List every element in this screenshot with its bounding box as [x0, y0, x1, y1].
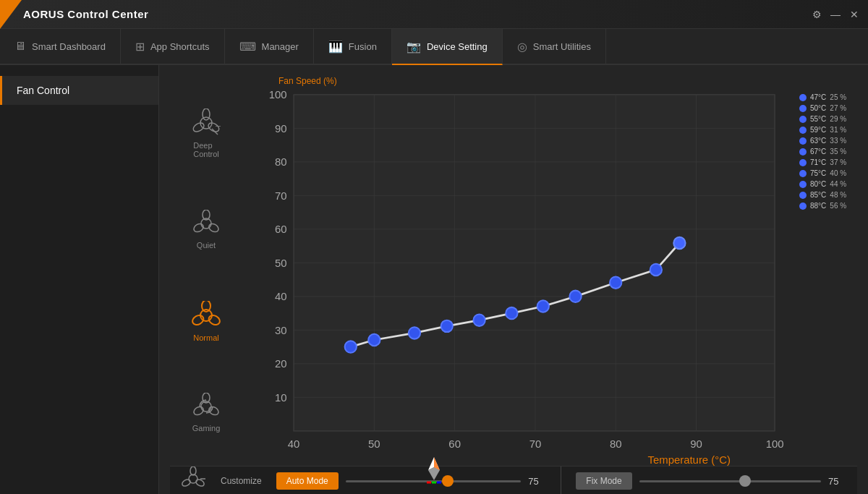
- fan-mode-gaming[interactable]: Gaming: [174, 393, 239, 433]
- tab-device-setting-label: Device Setting: [427, 41, 488, 52]
- fan-main: ⎯⎯ DeepControl Quiet: [170, 76, 857, 466]
- minimize-button[interactable]: —: [829, 8, 842, 21]
- legend-dot-4: [799, 137, 807, 145]
- tab-smart-dashboard[interactable]: 🖥 Smart Dashboard: [0, 29, 121, 64]
- fan-mode-deep-control[interactable]: ⎯⎯ DeepControl: [174, 108, 239, 158]
- svg-text:70: 70: [275, 189, 287, 202]
- tab-fusion[interactable]: 🎹 Fusion: [314, 29, 392, 64]
- fan-mode-normal[interactable]: Normal: [174, 301, 239, 342]
- legend-temp-10: 88°C: [810, 202, 826, 210]
- svg-point-60[interactable]: [506, 307, 517, 319]
- chart-wrapper: 100 90 80 70 60 50 40 30 20 10 40: [250, 90, 857, 466]
- legend-speed-10: 56 %: [830, 202, 846, 210]
- svg-point-17: [192, 406, 205, 417]
- legend-dot-0: [799, 94, 807, 101]
- legend-dot-1: [799, 105, 807, 112]
- svg-point-56[interactable]: [368, 334, 380, 346]
- svg-point-67: [190, 467, 196, 475]
- legend-speed-5: 35 %: [830, 148, 846, 156]
- legend-temp-0: 47°C: [810, 93, 826, 101]
- svg-text:90: 90: [690, 438, 702, 450]
- tab-bar: 🖥 Smart Dashboard ⊞ App Shortcuts ⌨ Mana…: [0, 29, 868, 65]
- svg-point-62[interactable]: [569, 291, 581, 302]
- normal-label: Normal: [193, 333, 218, 342]
- svg-point-58[interactable]: [441, 320, 453, 332]
- svg-point-59[interactable]: [473, 314, 485, 325]
- chart-y-label: Fan Speed (%): [250, 76, 857, 86]
- customize-icon: [181, 467, 206, 494]
- legend-speed-8: 44 %: [830, 180, 846, 188]
- controls-divider: [561, 467, 561, 494]
- svg-point-69: [181, 478, 191, 487]
- svg-point-68: [195, 478, 205, 487]
- device-setting-icon: 📷: [407, 40, 421, 54]
- svg-text:20: 20: [275, 357, 287, 370]
- legend-dot-6: [799, 159, 807, 166]
- svg-text:90: 90: [275, 122, 287, 135]
- deep-control-icon: ⎯⎯: [192, 108, 221, 137]
- legend-item-10: 88°C 56 %: [799, 202, 857, 210]
- tab-manager[interactable]: ⌨ Manager: [225, 29, 314, 64]
- svg-text:80: 80: [610, 438, 622, 450]
- svg-text:60: 60: [275, 223, 287, 235]
- sidebar-item-fan-control[interactable]: Fan Control: [0, 76, 158, 105]
- legend-temp-5: 67°C: [810, 148, 826, 156]
- chart-legend: 47°C 25 % 50°C 27 % 55°C 29 %: [799, 90, 857, 466]
- tab-smart-utilities[interactable]: ◎ Smart Utilities: [503, 29, 606, 64]
- tab-device-setting[interactable]: 📷 Device Setting: [392, 29, 503, 65]
- close-button[interactable]: ✕: [848, 8, 861, 21]
- legend-dot-3: [799, 127, 807, 134]
- svg-point-55[interactable]: [345, 341, 357, 352]
- svg-text:100: 100: [269, 90, 287, 101]
- content-area: ⎯⎯ DeepControl Quiet: [159, 65, 868, 494]
- svg-text:80: 80: [275, 156, 287, 168]
- legend-item-5: 67°C 35 %: [799, 148, 857, 156]
- fix-slider-thumb[interactable]: [739, 475, 751, 487]
- svg-point-13: [192, 313, 205, 326]
- smart-utilities-icon: ◎: [517, 40, 527, 54]
- fix-slider-track[interactable]: [639, 480, 821, 482]
- fan-mode-quiet[interactable]: Quiet: [174, 210, 239, 250]
- svg-point-57[interactable]: [409, 327, 420, 338]
- fix-slider-container: 75: [639, 476, 846, 487]
- fix-slider-value: 75: [828, 476, 846, 487]
- svg-text:40: 40: [288, 438, 300, 450]
- legend-item-8: 80°C 44 %: [799, 180, 857, 188]
- quiet-icon: [192, 210, 220, 237]
- legend-speed-4: 33 %: [830, 137, 846, 145]
- tab-app-shortcuts[interactable]: ⊞ App Shortcuts: [121, 29, 225, 64]
- auto-mode-button[interactable]: Auto Mode: [276, 472, 339, 490]
- sidebar: Fan Control: [0, 65, 159, 494]
- svg-text:30: 30: [275, 324, 287, 336]
- chart-svg: 100 90 80 70 60 50 40 30 20 10 40: [250, 90, 799, 466]
- fix-mode-section: Fix Mode 75: [576, 472, 846, 490]
- svg-point-63[interactable]: [610, 276, 621, 288]
- svg-text:70: 70: [529, 438, 542, 450]
- svg-point-65[interactable]: [673, 237, 685, 249]
- sidebar-item-fan-control-label: Fan Control: [17, 85, 69, 96]
- legend-speed-6: 37 %: [830, 158, 846, 166]
- tab-manager-label: Manager: [262, 41, 299, 52]
- manager-icon: ⌨: [239, 40, 256, 54]
- svg-point-61[interactable]: [537, 300, 549, 312]
- fix-mode-button[interactable]: Fix Mode: [576, 472, 631, 490]
- svg-point-9: [192, 222, 205, 234]
- svg-point-8: [208, 222, 220, 234]
- legend-temp-4: 63°C: [810, 137, 826, 145]
- auto-mode-section: Auto Mode 75: [276, 472, 547, 490]
- legend-dot-2: [799, 116, 807, 123]
- deep-control-label: DeepControl: [193, 141, 218, 158]
- legend-speed-7: 40 %: [830, 169, 846, 177]
- svg-point-1: [203, 108, 210, 120]
- aorus-logo: [420, 456, 448, 488]
- settings-button[interactable]: ⚙: [810, 8, 823, 21]
- chart-container: Fan Speed (%): [250, 76, 857, 466]
- legend-temp-9: 85°C: [810, 191, 826, 199]
- svg-text:Temperature (°C): Temperature (°C): [647, 453, 731, 466]
- legend-dot-9: [799, 192, 807, 199]
- tab-smart-utilities-label: Smart Utilities: [533, 41, 591, 52]
- legend-item-6: 71°C 37 %: [799, 158, 857, 166]
- fan-modes: ⎯⎯ DeepControl Quiet: [170, 76, 242, 466]
- svg-point-64[interactable]: [650, 264, 662, 276]
- bottom-controls: Customize Auto Mode 75 Fix Mode 75: [170, 466, 857, 494]
